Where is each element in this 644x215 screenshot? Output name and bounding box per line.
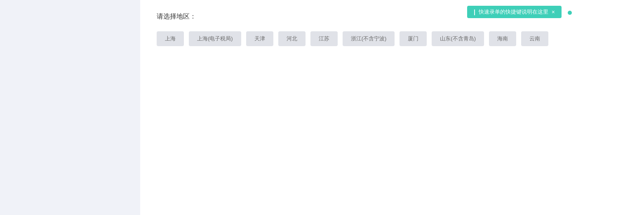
region-btn-shanghai[interactable]: 上海	[157, 31, 184, 46]
region-btn-shanghai-etax[interactable]: 上海(电子税局)	[189, 31, 241, 46]
region-btn-xiamen[interactable]: 厦门	[400, 31, 427, 46]
region-btn-yunnan[interactable]: 云南	[521, 31, 548, 46]
region-btn-zhejiang[interactable]: 浙江(不含宁波)	[343, 31, 395, 46]
region-btn-tianjin[interactable]: 天津	[246, 31, 273, 46]
tooltip-dot	[568, 11, 572, 15]
region-btn-hainan[interactable]: 海南	[489, 31, 516, 46]
main-content: 请选择地区： 上海上海(电子税局)天津河北江苏浙江(不含宁波)厦门山东(不含青岛…	[140, 0, 644, 215]
tooltip-label: 快速录单的快捷键说明在这里	[479, 8, 548, 16]
tooltip-close-button[interactable]: ×	[552, 9, 555, 15]
region-btn-shandong[interactable]: 山东(不含青岛)	[432, 31, 484, 46]
region-btn-hebei[interactable]: 河北	[278, 31, 306, 46]
sidebar	[0, 0, 140, 215]
region-btn-jiangsu[interactable]: 江苏	[310, 31, 338, 46]
tooltip-badge: 快速录单的快捷键说明在这里 ×	[467, 6, 562, 18]
region-buttons-container: 上海上海(电子税局)天津河北江苏浙江(不含宁波)厦门山东(不含青岛)海南云南	[157, 31, 628, 46]
